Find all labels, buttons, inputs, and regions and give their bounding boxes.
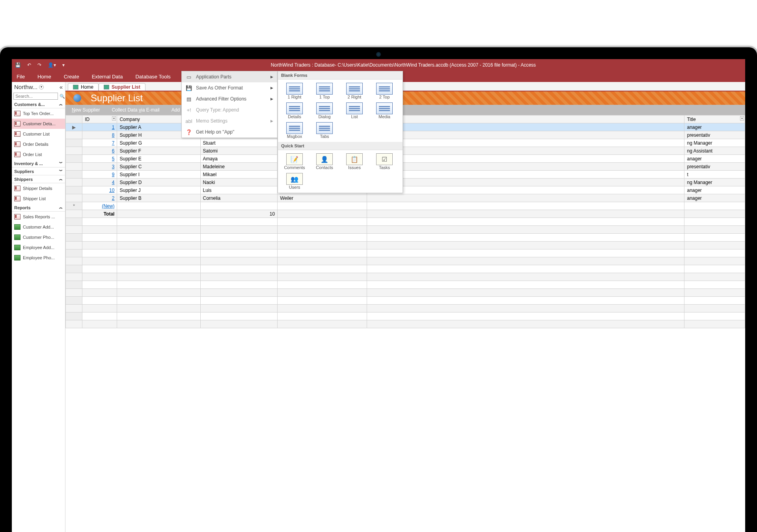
- qat-customize-icon[interactable]: ▾: [62, 62, 65, 68]
- ribbon-tab-file[interactable]: File: [15, 72, 26, 81]
- touch-mode-icon[interactable]: 👤▾: [48, 62, 56, 68]
- collapse-pane-icon[interactable]: «: [60, 84, 63, 90]
- table-row[interactable]: 9 Supplier I Mikael Sandberg t: [66, 171, 745, 179]
- nav-group-customers[interactable]: Customers &...︽: [12, 100, 65, 108]
- gallery-item-details[interactable]: Details: [280, 101, 310, 121]
- undo-icon[interactable]: ↶: [27, 62, 31, 68]
- ribbon-tab-home[interactable]: Home: [36, 72, 53, 81]
- cell-job-title[interactable]: t: [684, 171, 745, 179]
- cell-job-title[interactable]: anager: [684, 155, 745, 163]
- cell-first-name[interactable]: Luis: [200, 186, 278, 194]
- nav-group-suppliers[interactable]: Suppliers︾: [12, 167, 65, 175]
- row-selector[interactable]: [66, 194, 82, 202]
- gallery-item-issues[interactable]: 📋Issues: [339, 152, 369, 171]
- menu-get-help[interactable]: ❓Get Help on "App": [182, 126, 277, 138]
- gallery-item-media[interactable]: Media: [369, 101, 399, 121]
- cell-job-title[interactable]: anager: [684, 123, 745, 131]
- col-id[interactable]: ID▾: [82, 115, 117, 123]
- cell-first-name[interactable]: Stuart: [200, 139, 278, 147]
- gallery-item-dialog[interactable]: Dialog: [310, 101, 339, 121]
- cell-job-title[interactable]: anager: [684, 186, 745, 194]
- gallery-item-2-top[interactable]: 2 Top: [369, 81, 399, 101]
- table-row[interactable]: 2 Supplier B Cornelia Weiler anager: [66, 194, 745, 202]
- cell-first-name[interactable]: Amaya: [200, 155, 278, 163]
- ribbon-tab-database-tools[interactable]: Database Tools: [134, 72, 172, 81]
- nav-item-customer-list[interactable]: Customer List: [12, 129, 65, 139]
- gallery-item-msgbox[interactable]: Msgbox: [280, 121, 310, 140]
- ribbon-tab-create[interactable]: Create: [62, 72, 81, 81]
- cell-first-name[interactable]: Naoki: [200, 179, 278, 186]
- menu-application-parts[interactable]: ▭Application Parts▶: [182, 71, 277, 82]
- gallery-item-list[interactable]: List: [339, 101, 369, 121]
- cell-id[interactable]: 9: [82, 171, 117, 179]
- nav-pane-header[interactable]: Northw... ▾ «: [12, 82, 65, 92]
- row-selector[interactable]: [66, 171, 82, 179]
- row-selector[interactable]: [66, 155, 82, 163]
- cell-company[interactable]: Supplier G: [117, 139, 200, 147]
- redo-icon[interactable]: ↷: [37, 62, 41, 68]
- row-selector[interactable]: [66, 163, 82, 171]
- gallery-item-users[interactable]: 👥Users: [280, 171, 310, 191]
- row-selector[interactable]: ▶: [66, 123, 82, 131]
- cell-id[interactable]: 3: [82, 163, 117, 171]
- nav-item-customer-details[interactable]: Customer Deta...: [12, 119, 65, 129]
- cell-id[interactable]: 6: [82, 147, 117, 155]
- doc-tab-supplier-list[interactable]: Supplier List: [99, 83, 145, 91]
- cell-id[interactable]: 4: [82, 179, 117, 186]
- cell-job-title[interactable]: ng Manager: [684, 179, 745, 186]
- nav-search-input[interactable]: [13, 93, 58, 100]
- cell-id[interactable]: 8: [82, 131, 117, 139]
- cell-first-name[interactable]: Mikael: [200, 171, 278, 179]
- table-row[interactable]: 10 Supplier J Luis Sousa anager: [66, 186, 745, 194]
- row-selector[interactable]: [66, 131, 82, 139]
- row-selector[interactable]: [66, 186, 82, 194]
- cell-company[interactable]: Supplier C: [117, 163, 200, 171]
- nav-item-shipper-list[interactable]: Shipper List: [12, 193, 65, 204]
- dropdown-icon[interactable]: ▾: [39, 85, 44, 89]
- gallery-item-tasks[interactable]: ☑Tasks: [369, 152, 399, 171]
- new-row[interactable]: *(New): [66, 202, 745, 210]
- col-job-title[interactable]: Title▾: [684, 115, 745, 123]
- nav-item-customer-addresses[interactable]: Customer Add...: [12, 222, 65, 232]
- nav-item-order-list[interactable]: Order List: [12, 149, 65, 160]
- row-selector[interactable]: [66, 179, 82, 186]
- nav-group-shippers[interactable]: Shippers︽: [12, 175, 65, 183]
- nav-group-reports[interactable]: Reports︽: [12, 204, 65, 212]
- cell-company[interactable]: Supplier I: [117, 171, 200, 179]
- table-row[interactable]: 7 Supplier G Stuart Glasson ng Manager: [66, 139, 745, 147]
- table-row[interactable]: 4 Supplier D Naoki Sato ng Manager: [66, 179, 745, 186]
- cell-id[interactable]: 1: [82, 123, 117, 131]
- cell-job-title[interactable]: presentativ: [684, 163, 745, 171]
- row-selector[interactable]: [66, 139, 82, 147]
- cell-id[interactable]: 10: [82, 186, 117, 194]
- nav-item-customer-phone[interactable]: Customer Pho...: [12, 232, 65, 242]
- gallery-item-comments[interactable]: 📝Comments: [280, 152, 310, 171]
- cell-id[interactable]: 5: [82, 155, 117, 163]
- menu-advanced-filter[interactable]: ▤Advanced Filter Options▶: [182, 93, 277, 104]
- nav-item-order-details[interactable]: Order Details: [12, 139, 65, 149]
- nav-item-employee-phone[interactable]: Employee Pho...: [12, 253, 65, 263]
- gallery-item-1-top[interactable]: 1 Top: [310, 81, 339, 101]
- cell-id[interactable]: 2: [82, 194, 117, 202]
- cell-job-title[interactable]: anager: [684, 194, 745, 202]
- gallery-item-tabs[interactable]: Tabs: [310, 121, 339, 140]
- row-selector[interactable]: [66, 147, 82, 155]
- cell-company[interactable]: Supplier J: [117, 186, 200, 194]
- cell-company[interactable]: Supplier E: [117, 155, 200, 163]
- cell-id[interactable]: 7: [82, 139, 117, 147]
- table-row[interactable]: 8 Supplier H Bryn Paul Dunton presentati…: [66, 131, 745, 139]
- save-icon[interactable]: 💾: [15, 62, 21, 68]
- menu-save-as-other[interactable]: 💾Save As Other Format▶: [182, 82, 277, 93]
- cell-company[interactable]: Supplier D: [117, 179, 200, 186]
- cell-first-name[interactable]: Madeleine: [200, 163, 278, 171]
- nav-item-top-ten-orders[interactable]: Top Ten Order...: [12, 108, 65, 119]
- gallery-item-contacts[interactable]: 👤Contacts: [310, 152, 339, 171]
- dropdown-icon[interactable]: ▾: [112, 116, 116, 121]
- doc-tab-home[interactable]: Home: [68, 83, 99, 91]
- nav-item-sales-reports[interactable]: Sales Reports ...: [12, 212, 65, 222]
- search-icon[interactable]: 🔍: [60, 94, 65, 99]
- gallery-item-2-right[interactable]: 2 Right: [339, 81, 369, 101]
- cell-company[interactable]: Supplier B: [117, 194, 200, 202]
- gallery-item-1-right[interactable]: 1 Right: [280, 81, 310, 101]
- cell-company[interactable]: Supplier F: [117, 147, 200, 155]
